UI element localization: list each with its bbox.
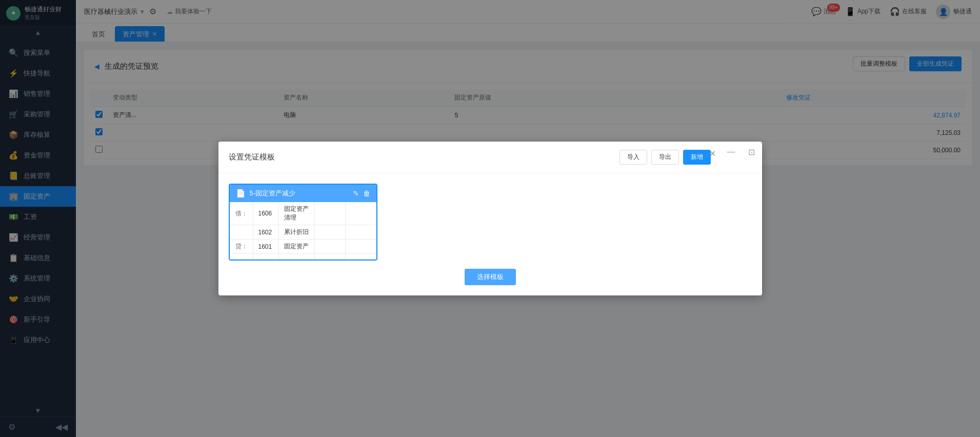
- account-name: [278, 254, 314, 260]
- modal-header: 设置凭证模板 导入 导出 新增: [218, 142, 762, 173]
- col3: [314, 240, 345, 254]
- side-label: [230, 254, 253, 260]
- template-doc-icon: 📄: [236, 189, 246, 198]
- account-code: 1602: [253, 225, 278, 240]
- template-card-body: 借： 1606 固定资产清理 1602 累计折旧: [230, 202, 376, 260]
- import-btn[interactable]: 导入: [619, 150, 647, 165]
- select-template-btn[interactable]: 选择模板: [465, 269, 516, 285]
- col3: [314, 254, 345, 260]
- template-delete-btn[interactable]: 🗑: [363, 189, 370, 197]
- col4: [345, 202, 376, 225]
- col4: [345, 225, 376, 240]
- col4: [345, 240, 376, 254]
- modal: — ⊡ 设置凭证模板 导入 导出 新增 ✕ 📄 5-固定资产减少: [218, 142, 762, 295]
- new-btn[interactable]: 新增: [683, 150, 711, 165]
- modal-overlay: — ⊡ 设置凭证模板 导入 导出 新增 ✕ 📄 5-固定资产减少: [0, 0, 980, 437]
- account-code: 1606: [253, 202, 278, 225]
- modal-body: 📄 5-固定资产减少 ✎ 🗑 借： 1606 固定资产清理: [218, 173, 762, 295]
- template-card-title: 📄 5-固定资产减少: [236, 189, 296, 198]
- template-row: [230, 254, 376, 260]
- template-detail-table: 借： 1606 固定资产清理 1602 累计折旧: [230, 202, 376, 260]
- window-controls: — ⊡: [721, 142, 762, 162]
- modal-title: 设置凭证模板: [229, 152, 275, 162]
- window-maximize-btn[interactable]: ⊡: [742, 142, 762, 162]
- template-row: 借： 1606 固定资产清理: [230, 202, 376, 225]
- account-name: 固定资产清理: [278, 202, 314, 225]
- account-name: 累计折旧: [278, 225, 314, 240]
- template-card: 📄 5-固定资产减少 ✎ 🗑 借： 1606 固定资产清理: [229, 184, 377, 261]
- side-label: [230, 225, 253, 240]
- account-code: [253, 254, 278, 260]
- side-label: 贷：: [230, 240, 253, 254]
- export-btn[interactable]: 导出: [651, 150, 679, 165]
- modal-close-btn[interactable]: ✕: [709, 149, 716, 158]
- window-minimize-btn[interactable]: —: [721, 142, 742, 162]
- col3: [314, 225, 345, 240]
- account-code: 1601: [253, 240, 278, 254]
- col3: [314, 202, 345, 225]
- template-card-header: 📄 5-固定资产减少 ✎ 🗑: [230, 185, 376, 202]
- col4: [345, 254, 376, 260]
- account-name: 固定资产: [278, 240, 314, 254]
- template-row: 1602 累计折旧: [230, 225, 376, 240]
- template-edit-btn[interactable]: ✎: [353, 189, 359, 197]
- template-row: 贷： 1601 固定资产: [230, 240, 376, 254]
- modal-toolbar: 导入 导出 新增: [619, 150, 711, 165]
- side-label: 借：: [230, 202, 253, 225]
- template-card-actions: ✎ 🗑: [353, 189, 370, 197]
